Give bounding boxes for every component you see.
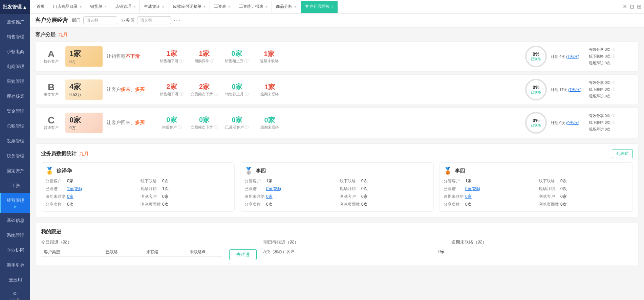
list-item: 已跟进 1家(0%) [45, 186, 135, 192]
stat-sales-down[interactable]: 1家 销售额下滑 ⓘ [158, 49, 185, 64]
sales-stats-grid-3: 分管客户 1家 线下联络 0次 已跟进 0家(0%) 现场拜访 [444, 178, 628, 207]
info-icon[interactable]: ⓘ [179, 91, 184, 97]
dept-select[interactable]: 请选择 [83, 16, 117, 24]
tab-home[interactable]: 首页 [33, 1, 49, 13]
info-icon[interactable]: ⓘ [214, 124, 218, 130]
tab-close-icon[interactable]: × [80, 5, 82, 9]
tab-close-icon[interactable]: × [162, 5, 164, 9]
tier-c-count[interactable]: 0家 0万 [65, 113, 103, 133]
salesperson-select[interactable]: 请选择 [137, 16, 171, 24]
sidebar-bottom-text: It } 315 [3, 298, 27, 300]
tier-a-plan: 计划 4次 (7天/次) [551, 54, 585, 59]
dept-label: 部门 [72, 17, 81, 23]
list-view-button[interactable]: 列表式 [612, 149, 633, 158]
sidebar-title: 批发管理 [3, 4, 22, 10]
stat-b-sales-up[interactable]: 0家 销售额上升 ⓘ [223, 82, 251, 97]
stat-b-overdue[interactable]: 1家 逾期未联络 [256, 83, 283, 97]
sales-name-2: 🥈 李四 [244, 167, 429, 175]
tab-payroll[interactable]: 工资表 × [210, 1, 235, 13]
info-icon[interactable]: ⓘ [245, 124, 249, 130]
tab-close-icon[interactable]: × [331, 5, 334, 9]
tier-a-count[interactable]: 1家 0万 [65, 46, 103, 67]
info-icon[interactable]: ⓘ [179, 58, 184, 64]
sidebar-item-collab[interactable]: 企业协同 [0, 243, 30, 257]
stat-b-sales-down[interactable]: 2家 销售额下滑 ⓘ [158, 82, 185, 97]
tab-adjustment[interactable]: 应收应付调整单 × [169, 1, 210, 13]
info-icon[interactable]: ⓘ [244, 58, 249, 64]
list-item: 逾期未联络 0家 [244, 194, 334, 200]
tier-a-progress: 0% 已联络 [525, 46, 547, 67]
sidebar-item-system[interactable]: 系统管理 [0, 228, 30, 243]
list-item: 分管客户 1家 [444, 178, 533, 184]
sidebar-item-management[interactable]: 经营管理 ▶ [0, 193, 30, 213]
stats-section-title: 业务员数据统计 九月 [41, 151, 89, 157]
sales-stats-grid-1: 分管客户 0家 线下联络 0次 已跟进 1家(0%) 现场拜访 [45, 178, 230, 207]
close-icon[interactable]: ✕ [623, 3, 627, 10]
info-icon[interactable]: ⓘ [210, 58, 214, 64]
info-icon[interactable]: ⓘ [245, 91, 249, 97]
tab-payroll-report[interactable]: 工资统计报表 × [235, 1, 272, 13]
sidebar-item-finance[interactable]: 资金管理 [0, 103, 30, 118]
sidebar-item-marketing[interactable]: 营销推广 [0, 14, 30, 29]
info-icon[interactable]: ⓘ [178, 124, 182, 130]
tab-close-icon[interactable]: × [294, 5, 296, 9]
goto-follow-button[interactable]: 去跟进 [229, 249, 257, 260]
sidebar-item-assets[interactable]: 固定资产 [0, 163, 30, 178]
expand-icon[interactable]: ⊞ [637, 3, 641, 10]
tab-close-icon[interactable]: × [203, 5, 206, 9]
sidebar-item-ledger[interactable]: 总账管理 [0, 118, 30, 133]
plan-link[interactable]: (7天/次) [566, 54, 579, 59]
stat-b-freq[interactable]: 2家 交易频次下滑 ⓘ [191, 82, 218, 97]
sidebar-item-basic-info[interactable]: 基础信息 [0, 213, 30, 228]
stat-c-freq[interactable]: 0家 交易频次下滑 ⓘ [191, 115, 218, 130]
tab-close-icon[interactable]: × [265, 5, 267, 9]
sidebar-item-ecommerce-small[interactable]: 小畅电商 [0, 44, 30, 59]
plan-link[interactable]: (7天/次) [568, 88, 581, 92]
list-item: 线下联络 0次 [340, 178, 429, 184]
tab-customer-tier[interactable]: 客户分层经营 × [301, 1, 338, 13]
tab-close-icon[interactable]: × [133, 5, 135, 9]
more-filter-icon[interactable]: ··· [174, 17, 181, 24]
stat-repurchase[interactable]: 1家 回购异常 ⓘ [191, 49, 218, 64]
sidebar-item-purchase[interactable]: 采购管理 [0, 74, 30, 89]
stat-c-overdue[interactable]: 0家 逾期未联络 [256, 116, 283, 130]
sidebar-item-sales[interactable]: 销售管理 [0, 29, 30, 44]
list-item: 已跟进 0家(0%) [444, 186, 533, 192]
info-icon[interactable]: ⓘ [214, 91, 218, 97]
tier-b-extra: 有效分享 0次 ⓘ 线下联络 0次 ⓘ 现场拜访 0次 [589, 79, 633, 99]
sidebar-item-tax[interactable]: 税务管理 [0, 148, 30, 163]
gear-icon: ⚙ [13, 291, 17, 296]
sidebar-item-guide[interactable]: 新手引导 [0, 257, 30, 272]
tab-voucher[interactable]: 生成凭证 × [140, 1, 169, 13]
tab-product-analysis[interactable]: 商品分析 × [272, 1, 301, 13]
salesperson-label: 业务员 [121, 17, 134, 23]
sidebar-settings[interactable]: ⚙ It } 315 [0, 287, 30, 300]
tab-sales-order[interactable]: 销货单 × [86, 1, 111, 13]
sidebar-item-invoice[interactable]: 发票管理 [0, 133, 30, 148]
sidebar-item-cloud[interactable]: 云应用 [0, 272, 30, 287]
salesperson-filter: 业务员 请选择 ··· [121, 16, 181, 24]
stat-overdue[interactable]: 1家 逾期未联络 [256, 49, 283, 64]
restore-icon[interactable]: ⊡ [630, 3, 634, 10]
sidebar-item-payroll[interactable]: 工资 [0, 178, 30, 193]
tab-close-icon[interactable]: × [228, 5, 230, 9]
tier-c-row: C 普通客户 0家 0万 让客户回来、多买 0家 休眠客户 ⓘ [35, 108, 639, 138]
list-item: 浏览客户 0家 [141, 194, 230, 200]
sales-name-1: 🥇 徐泽华 [45, 167, 230, 175]
tier-c-extra: 有效分享 0次 ⓘ 线下联络 0次 ⓘ 现场拜访 0次 [589, 113, 633, 133]
tab-store-manage[interactable]: 店铺管理 × [111, 1, 140, 13]
tier-c-plan: 计划 0次 (0天/次) [551, 120, 585, 125]
list-item: 分享次数 0次 [45, 202, 135, 207]
stat-c-dormant[interactable]: 0家 休眠客户 ⓘ [158, 115, 185, 130]
tier-b-count[interactable]: 4家 0.53万 [65, 79, 103, 100]
plan-link[interactable]: (0天/次) [566, 121, 579, 125]
page-title: 客户分层经营 [35, 17, 68, 24]
sidebar-item-ecommerce[interactable]: 电商管理 [0, 59, 30, 74]
sidebar-item-inventory[interactable]: 库存核算 [0, 89, 30, 103]
stat-c-activated[interactable]: 0家 已激活客户 ⓘ [223, 115, 251, 130]
tab-close-icon[interactable]: × [104, 5, 106, 9]
tier-b-row: B 重要客户 4家 0.53万 让客户多来、多买 2家 销售额下滑 ⓘ [35, 74, 639, 105]
stat-sales-up[interactable]: 0家 销售额上升 ⓘ [223, 49, 250, 64]
tab-store-products[interactable]: 门店商品目录 × [49, 1, 86, 13]
sidebar-header[interactable]: 批发管理 ▲ [0, 0, 30, 14]
